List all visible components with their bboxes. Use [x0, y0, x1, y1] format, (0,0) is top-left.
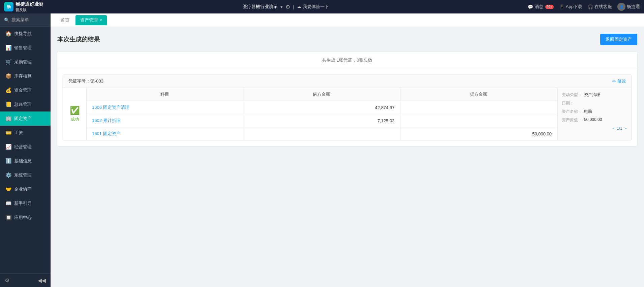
logo-icon: 畅: [4, 2, 13, 11]
detail-asset-name: 资产名称： 电脑: [562, 109, 627, 115]
sidebar-item-purchase[interactable]: 🛒 采购管理: [0, 55, 51, 69]
change-type-value: 资产清理: [584, 92, 600, 98]
page-content: 本次生成的结果 返回固定资产 共生成 1张凭证，0张失败 凭证字号：记-003 …: [51, 27, 644, 287]
sidebar-item-label: 基础信息: [14, 158, 32, 164]
sidebar-item-label: 快捷导航: [14, 31, 32, 37]
table-header: 科目 借方金额 贷方金额: [87, 88, 557, 101]
sidebar-item-sales[interactable]: 📊 销售管理: [0, 41, 51, 55]
handshake-icon: 🤝: [5, 186, 11, 192]
sidebar-item-app-center[interactable]: 🔲 应用中心: [0, 211, 51, 225]
topbar-experience[interactable]: ☁我要体验一下: [297, 4, 329, 10]
tab-bar: 首页 资产管理 ×: [51, 13, 644, 27]
sidebar-item-payroll[interactable]: 💳 工资: [0, 126, 51, 140]
voucher-header: 凭证字号：记-003 ✏ 修改: [63, 75, 632, 88]
sidebar-item-inventory[interactable]: 📦 库存核算: [0, 69, 51, 83]
voucher-number: 凭证字号：记-003: [68, 78, 103, 84]
topbar-app-name: 畅捷通好业财: [16, 1, 44, 7]
card-icon: 💳: [5, 130, 11, 136]
sidebar-item-fixed-assets[interactable]: 🏢 固定资产: [0, 111, 51, 126]
sidebar-item-label: 系统管理: [14, 172, 32, 178]
mobile-icon: 📱: [559, 4, 564, 9]
user-avatar: 👤: [617, 3, 625, 11]
sidebar-item-label: 工资: [14, 130, 23, 136]
td-subject-0[interactable]: 1606 固定资产清理: [87, 101, 243, 114]
detail-panel: 变动类型： 资产清理 日期： 资产名称： 电脑: [557, 88, 632, 140]
th-credit: 贷方金额: [400, 88, 557, 101]
td-credit-1: [400, 114, 557, 127]
sidebar-item-basic-info[interactable]: ℹ️ 基础信息: [0, 154, 51, 168]
tab-home[interactable]: 首页: [56, 15, 74, 25]
headset-icon: 🎧: [588, 4, 593, 9]
messages-badge: 99+: [545, 5, 554, 9]
td-credit-0: [400, 101, 557, 114]
td-subject-2[interactable]: 1601 固定资产: [87, 127, 243, 140]
sidebar-search[interactable]: 🔍 搜索菜单: [0, 13, 51, 27]
td-debit-2: [243, 127, 400, 140]
sidebar-item-quick-nav[interactable]: 🏠 快捷导航: [0, 27, 51, 41]
sidebar-bottom: ⚙ ◀◀: [0, 274, 51, 287]
sidebar-item-operations[interactable]: 📈 经营管理: [0, 140, 51, 154]
apps-icon: 🔲: [5, 215, 11, 221]
message-icon: 💬: [528, 4, 533, 9]
pagination-prev[interactable]: ＜: [612, 126, 616, 131]
tab-close-icon[interactable]: ×: [100, 18, 102, 23]
topbar-user[interactable]: 👤 畅捷通: [617, 3, 640, 11]
td-debit-1: 7,125.03: [243, 114, 400, 127]
td-debit-0: 42,874.97: [243, 101, 400, 114]
voucher-content: ✅ 成功 科目 借方金额 贷方金额 1606 固定资产清理: [63, 88, 632, 140]
sidebar-item-label: 应用中心: [14, 215, 32, 221]
main-layout: 🔍 搜索菜单 🏠 快捷导航 📊 销售管理 🛒 采购管理 📦 库存核算 💰 资金管…: [0, 13, 644, 287]
date-label: 日期：: [562, 100, 574, 106]
result-summary: 共生成 1张凭证，0张失败: [57, 52, 637, 69]
detail-date: 日期：: [562, 100, 627, 106]
sidebar-item-ledger[interactable]: 📒 总账管理: [0, 97, 51, 111]
topbar-edition: 普及版: [16, 7, 44, 12]
tab-asset-management[interactable]: 资产管理 ×: [75, 15, 107, 25]
voucher-section: 凭证字号：记-003 ✏ 修改 ✅ 成功: [63, 74, 632, 140]
sidebar-item-label: 资金管理: [14, 87, 32, 93]
building-icon: 🏢: [5, 116, 11, 122]
sidebar-item-system[interactable]: ⚙️ 系统管理: [0, 168, 51, 182]
change-type-label: 变动类型：: [562, 92, 582, 98]
topbar-app-download[interactable]: 📱 App下载: [559, 4, 582, 10]
topbar-right: 💬 消息 99+ 📱 App下载 🎧 在线客服 👤 畅捷通: [528, 3, 640, 11]
topbar-messages[interactable]: 💬 消息 99+: [528, 4, 554, 10]
sidebar-settings-icon[interactable]: ⚙: [5, 277, 9, 284]
topbar-settings-icon[interactable]: ⚙: [285, 4, 290, 10]
pagination-next[interactable]: ＞: [623, 126, 627, 131]
table-row: 1606 固定资产清理 42,874.97: [87, 101, 557, 114]
detail-pagination: ＜ 1/1 ＞: [562, 126, 627, 131]
detail-change-type: 变动类型： 资产清理: [562, 92, 627, 98]
sidebar-collapse-icon[interactable]: ◀◀: [38, 277, 46, 284]
result-card: 共生成 1张凭证，0张失败 凭证字号：记-003 ✏ 修改 ✅ 成功: [57, 52, 637, 146]
sidebar-item-label: 采购管理: [14, 59, 32, 65]
topbar-online-service[interactable]: 🎧 在线客服: [588, 4, 612, 10]
success-icon: ✅: [70, 106, 80, 115]
sidebar-item-label: 库存核算: [14, 73, 32, 79]
topbar-company: 医疗器械行业演示: [243, 4, 278, 10]
home-icon: 🏠: [5, 31, 11, 37]
return-fixed-assets-button[interactable]: 返回固定资产: [600, 34, 637, 45]
edit-button[interactable]: ✏ 修改: [612, 78, 626, 84]
cart-icon: 🛒: [5, 59, 11, 65]
sidebar-item-label: 固定资产: [14, 116, 32, 122]
page-header: 本次生成的结果 返回固定资产: [57, 34, 637, 45]
th-debit: 借方金额: [243, 88, 400, 101]
sidebar-item-guide[interactable]: 📖 新手引导: [0, 196, 51, 211]
success-text: 成功: [71, 117, 79, 122]
box-icon: 📦: [5, 73, 11, 79]
sidebar-item-enterprise[interactable]: 🤝 企业协同: [0, 182, 51, 196]
money-icon: 💰: [5, 87, 11, 93]
chart-icon: 📊: [5, 45, 11, 51]
sidebar-item-label: 总账管理: [14, 101, 32, 107]
tab-asset-management-label: 资产管理: [80, 17, 98, 23]
topbar-dropdown-icon[interactable]: ▾: [280, 4, 283, 9]
page-title: 本次生成的结果: [57, 35, 100, 43]
td-credit-2: 50,000.00: [400, 127, 557, 140]
sidebar-item-label: 经营管理: [14, 144, 32, 150]
sidebar-item-finance[interactable]: 💰 资金管理: [0, 83, 51, 97]
td-subject-1[interactable]: 1602 累计折旧: [87, 114, 243, 127]
edit-icon: ✏: [612, 79, 616, 84]
original-value-value: 50,000.00: [584, 117, 602, 123]
topbar: 畅 畅捷通好业财 普及版 医疗器械行业演示 ▾ ⚙ | ☁我要体验一下 💬 消息…: [0, 0, 644, 13]
